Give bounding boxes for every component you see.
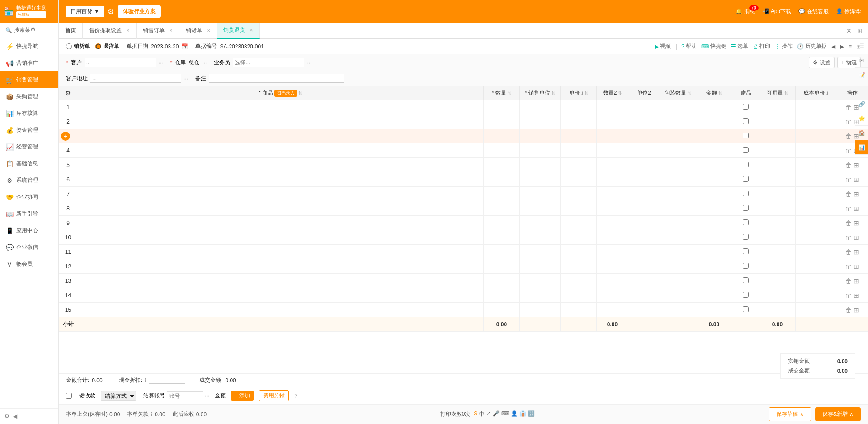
qty-cell[interactable] [484,187,520,201]
amount-cell[interactable] [696,274,732,288]
delete-row-btn[interactable]: 🗑 [845,162,852,169]
sidebar-item-purchase[interactable]: 📦 采购管理 [0,88,58,105]
delete-row-btn[interactable]: 🗑 [845,205,852,212]
qty-cell[interactable] [484,201,520,216]
address-dots[interactable]: ··· [184,76,188,82]
price-cell[interactable] [561,216,597,230]
tab-close-all-icon[interactable]: ✕ [844,26,854,35]
amount-cell[interactable] [696,143,732,158]
copy-row-btn[interactable]: ⊞ [854,191,859,198]
tab-price-close[interactable]: ✕ [126,28,130,33]
gift-checkbox[interactable] [743,263,749,269]
rq-btn-1[interactable]: ☰ [855,39,868,53]
tool7-icon[interactable]: 🔢 [528,410,535,418]
price-cell[interactable] [561,274,597,288]
tool1-icon[interactable]: 中 [479,410,485,418]
unit-cell[interactable] [520,245,561,259]
unit2-cell[interactable] [628,288,660,303]
copy-row-btn[interactable]: ⊞ [854,248,859,256]
split-btn[interactable]: 费用分摊 [259,390,289,401]
gift-cell[interactable] [732,259,760,274]
product-cell[interactable] [77,245,484,259]
delete-row-btn[interactable]: 🗑 [845,234,852,241]
pkg-cell[interactable] [660,129,696,143]
gift-checkbox[interactable] [743,234,749,240]
tab-sales-order[interactable]: 销售订单 ✕ [137,23,179,39]
trial-btn[interactable]: 体验行业方案 [118,5,161,18]
qty-cell[interactable] [484,288,520,303]
qty-cell[interactable] [484,100,520,114]
price-cell[interactable] [561,114,597,129]
tool5-icon[interactable]: 👤 [511,410,518,418]
qty2-cell[interactable] [597,129,628,143]
unit-cell[interactable] [520,143,561,158]
price-cell[interactable] [561,100,597,114]
gift-checkbox[interactable] [743,133,749,138]
product-input[interactable] [79,133,481,139]
qty-cell[interactable] [484,259,520,274]
gift-checkbox[interactable] [743,306,749,312]
salesperson-dots[interactable]: ··· [307,60,311,66]
available-cell[interactable] [760,187,796,201]
price-cell[interactable] [561,158,597,172]
copy-row-btn[interactable]: ⊞ [854,205,859,212]
action-video[interactable]: ▶ 视频 [655,43,671,50]
pkg-cell[interactable] [660,216,696,230]
debit-icon[interactable]: ℹ [151,411,153,418]
sidebar-item-quick-nav[interactable]: ⚡ 快捷导航 [0,38,58,55]
tab-sales-delivery-close[interactable]: ✕ [207,28,210,33]
copy-row-btn[interactable]: ⊞ [854,292,859,299]
delete-row-btn[interactable]: 🗑 [845,191,852,198]
price-cell[interactable] [561,245,597,259]
copy-row-btn[interactable]: ⊞ [854,263,859,270]
pkg-cell[interactable] [660,143,696,158]
action-select[interactable]: ☰ 选单 [731,43,748,50]
sidebar-item-inventory[interactable]: 📊 库存核算 [0,105,58,122]
qty-cell[interactable] [484,129,520,143]
gift-checkbox[interactable] [743,248,749,254]
radio-sales-return[interactable]: 退货单 [95,43,119,50]
unit2-cell[interactable] [628,129,660,143]
available-cell[interactable] [760,158,796,172]
customer-input[interactable] [85,58,156,67]
pkg-cell[interactable] [660,201,696,216]
tab-home[interactable]: 首页 [59,23,83,39]
gift-cell[interactable] [732,129,760,143]
unit-cell[interactable] [520,230,561,245]
product-cell[interactable] [77,201,484,216]
qty-cell[interactable] [484,158,520,172]
qty2-cell[interactable] [597,245,628,259]
gift-cell[interactable] [732,216,760,230]
price-cell[interactable] [561,187,597,201]
product-cell[interactable] [77,158,484,172]
qty-cell[interactable] [484,114,520,129]
qty-cell[interactable] [484,274,520,288]
view-list-icon[interactable]: ≡ [849,43,852,50]
qty2-cell[interactable] [597,143,628,158]
delete-row-btn[interactable]: 🗑 [845,219,852,227]
delete-row-btn[interactable]: 🗑 [845,147,852,154]
amount-cell[interactable] [696,259,732,274]
sidebar-item-operations[interactable]: 📈 经营管理 [0,138,58,155]
action-operate[interactable]: ⋮ 操作 [775,43,793,50]
delete-row-btn[interactable]: 🗑 [845,277,852,285]
delete-row-btn[interactable]: 🗑 [845,263,852,270]
delete-row-btn[interactable]: 🗑 [845,118,852,125]
discount-info-icon[interactable]: ℹ [145,377,146,383]
amount-cell[interactable] [696,230,732,245]
amount-cell[interactable] [696,158,732,172]
gift-cell[interactable] [732,100,760,114]
amount-cell[interactable] [696,100,732,114]
qty2-cell[interactable] [597,100,628,114]
unit-cell[interactable] [520,158,561,172]
qty2-cell[interactable] [597,274,628,288]
product-cell[interactable] [77,230,484,245]
unit-cell[interactable] [520,114,561,129]
gift-cell[interactable] [732,158,760,172]
account-dots[interactable]: ··· [205,393,209,399]
qty2-cell[interactable] [597,114,628,129]
qty-cell[interactable] [484,303,520,317]
qty-cell[interactable] [484,172,520,187]
pkg-cell[interactable] [660,100,696,114]
product-sort-icon[interactable]: ⇅ [298,91,302,95]
